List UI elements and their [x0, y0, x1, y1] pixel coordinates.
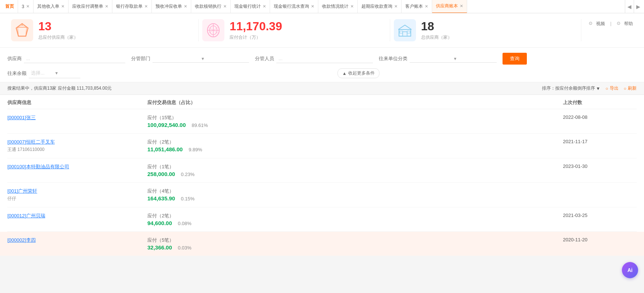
nav-tab-home[interactable]: 首页 — [1, 0, 18, 13]
lastpay-5: 2020-11-20 — [563, 237, 637, 242]
trans-amount-4: 94,600.00 — [147, 220, 172, 226]
supplier-link-2[interactable]: [000100]本特勤油品有限公司 — [7, 164, 69, 169]
search-button[interactable]: 查询 — [503, 53, 527, 65]
col-header-transaction: 应付交易信息（占比） — [147, 99, 563, 106]
person-input[interactable] — [276, 54, 373, 63]
close-customer-ledger[interactable]: ✕ — [425, 4, 428, 9]
links-separator: ｜ — [609, 21, 613, 27]
customer-ledger-label: 客户账本 — [405, 3, 423, 10]
close-cash-bank-stat[interactable]: ✕ — [263, 4, 266, 9]
nav-tab-overdue-ar[interactable]: 超期应收款查询 ✕ — [358, 0, 402, 13]
close-overdue-ar[interactable]: ✕ — [394, 4, 398, 9]
close-prepay-receive[interactable]: ✕ — [184, 4, 187, 9]
close-supplier-ledger[interactable]: ✕ — [460, 4, 463, 8]
supplier-name-3: [001]广州荣轩 — [7, 188, 147, 194]
last-pay-date-2: 2023-01-30 — [563, 163, 588, 169]
supplier-link-5[interactable]: [000002]李四 — [7, 237, 36, 243]
bank-deposit-label: 银行存取款单 — [116, 3, 143, 10]
stat2-info: 11,170.39 应付合计（万） — [230, 20, 282, 41]
filter-category: 往来单位分类 ▼ — [379, 55, 497, 63]
trans-label-4: 应付（2笔） — [147, 213, 563, 219]
table-row: [001]广州荣轩 仔仔 应付（4笔） 164,635.90 0.15% — [7, 183, 637, 207]
trans-pct-4: 0.08% — [178, 221, 192, 226]
transaction-info-5: 应付（5笔） 32,366.00 0.03% — [147, 237, 563, 251]
balance-filter-label: 往来余额 — [7, 70, 27, 77]
person-filter-label: 分管人员 — [255, 55, 274, 62]
nav-tab-customer-ledger[interactable]: 客户账本 ✕ — [402, 0, 432, 13]
stat2-label: 应付合计（万） — [230, 34, 282, 41]
lastpay-2: 2023-01-30 — [563, 163, 637, 169]
table-row: [000001]张三 应付（15笔） 100,092,540.00 89.61%… — [7, 109, 637, 134]
refresh-button[interactable]: ○ 刷新 — [624, 85, 637, 92]
receipt-stat-label: 收款情况统计 — [322, 3, 349, 10]
supplier-name-0: [000001]张三 — [7, 114, 147, 121]
store-icon — [394, 19, 416, 41]
nav-tab-prepay-receive[interactable]: 预收冲应收单 ✕ — [152, 0, 191, 13]
filter-dept: 分管部门 ▼ — [131, 55, 249, 63]
sort-label: 排序：按应付余额倒序排序 — [542, 85, 595, 92]
nav-tab-bank-deposit[interactable]: 银行存取款单 ✕ — [112, 0, 152, 13]
category-filter-label: 往来单位分类 — [379, 55, 407, 62]
export-button[interactable]: ○ 导出 — [606, 85, 619, 92]
table-row: [000002]李四 应付（5笔） 32,366.00 0.03% 2020-1… — [0, 232, 644, 256]
close-receipt-stat[interactable]: ✕ — [350, 4, 354, 9]
nav-tab-receipt-verify[interactable]: 收款核销执行 ✕ — [191, 0, 231, 13]
supplier-ledger-label: 供应商账本 — [436, 3, 458, 9]
trans-label-5: 应付（5笔） — [147, 237, 563, 244]
supplier-link-3[interactable]: [001]广州荣轩 — [7, 188, 37, 194]
dept-select[interactable]: ▼ — [153, 55, 249, 63]
stat1-number: 13 — [38, 20, 78, 33]
last-pay-date-0: 2022-08-08 — [563, 114, 588, 120]
svg-rect-15 — [407, 31, 410, 33]
export-icon: ○ — [606, 86, 608, 91]
supplier-input[interactable] — [24, 54, 125, 63]
lastpay-0: 2022-08-08 — [563, 114, 637, 120]
stat-block-payable-suppliers: 13 总应付供应商（家） — [7, 19, 199, 41]
close-receipt-verify[interactable]: ✕ — [223, 4, 227, 9]
diamond-icon — [11, 19, 33, 41]
dept-filter-label: 分管部门 — [131, 55, 150, 62]
last-pay-date-1: 2021-11-17 — [563, 139, 588, 144]
category-select[interactable]: ▼ — [410, 55, 497, 63]
close-cash-bank-flow[interactable]: ✕ — [311, 4, 314, 9]
close-bank-deposit[interactable]: ✕ — [144, 4, 148, 9]
nav-tab-receipt-stat[interactable]: 收款情况统计 ✕ — [318, 0, 358, 13]
stat3-number: 18 — [421, 20, 452, 33]
filter-person: 分管人员 — [255, 54, 373, 63]
nav-tab-other-income[interactable]: 其他收入单 ✕ — [34, 0, 69, 13]
table-row: [000100]本特勤油品有限公司 应付（1笔） 258,000.00 0.23… — [7, 158, 637, 183]
stat-block-payable-total: 11,170.39 应付合计（万） — [199, 19, 390, 41]
nav-right-arrow[interactable]: ▶ — [634, 0, 643, 13]
table-row: [000012]广州贝瑞 应付（2笔） 94,600.00 0.08% 2021… — [7, 207, 637, 232]
balance-select[interactable]: 选择... ▼ — [29, 68, 80, 78]
trans-label-1: 应付（2笔） — [147, 139, 563, 145]
video-link[interactable]: 视频 — [596, 21, 605, 27]
supplier-link-0[interactable]: [000001]张三 — [7, 115, 36, 120]
sort-button[interactable]: 排序：按应付余额倒序排序 ▼ — [542, 85, 601, 92]
supplier-name-4: [000012]广州贝瑞 — [7, 213, 147, 219]
nav-tab-cash-bank-stat[interactable]: 现金银行统计 ✕ — [231, 0, 270, 13]
video-icon: ⊙ — [589, 21, 592, 26]
supplier-info-0: [000001]张三 — [7, 114, 147, 121]
close-ar-ap-adjust[interactable]: ✕ — [105, 4, 108, 9]
close-other-income[interactable]: ✕ — [61, 4, 64, 9]
top-navigation: 首页 3 ✕ 其他收入单 ✕ 应收应付调整单 ✕ 银行存取款单 ✕ 预收冲应收单… — [0, 0, 644, 13]
ai-floating-button[interactable]: Ai — [622, 262, 638, 278]
supplier-link-4[interactable]: [000012]广州贝瑞 — [7, 213, 45, 218]
nav-tab-cash-bank-flow[interactable]: 现金银行流水查询 ✕ — [270, 0, 318, 13]
nav-tab-3[interactable]: 3 ✕ — [18, 0, 34, 13]
help-link[interactable]: 帮助 — [624, 21, 633, 27]
trans-amount-2: 258,000.00 — [147, 171, 175, 177]
supplier-filter-label: 供应商 — [7, 55, 22, 62]
supplier-link-1[interactable]: [000007]恒旺二手叉车 — [7, 139, 55, 145]
cash-bank-stat-label: 现金银行统计 — [234, 3, 261, 10]
transaction-info-0: 应付（15笔） 100,092,540.00 89.61% — [147, 114, 563, 128]
close-tab-3[interactable]: ✕ — [26, 4, 29, 9]
supplier-info-5: [000002]李四 — [7, 237, 147, 244]
nav-tab-ar-ap-adjust[interactable]: 应收应付调整单 ✕ — [69, 0, 112, 13]
transaction-info-4: 应付（2笔） 94,600.00 0.08% — [147, 213, 563, 226]
nav-tab-supplier-ledger[interactable]: 供应商账本 ✕ — [432, 0, 467, 13]
trans-amount-5: 32,366.00 — [147, 244, 172, 251]
nav-left-arrow[interactable]: ◀ — [625, 0, 634, 13]
collapse-button[interactable]: ▲ 收起更多条件 — [337, 68, 379, 78]
